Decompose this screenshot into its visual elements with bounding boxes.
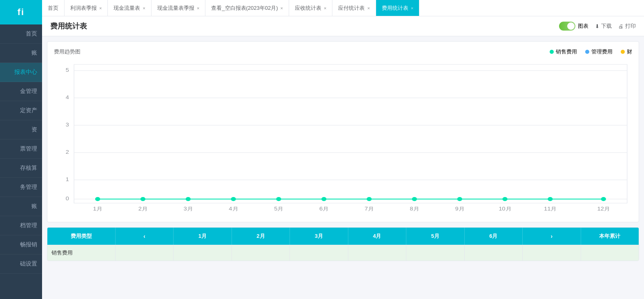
svg-text:5月: 5月 xyxy=(274,206,283,211)
svg-text:5: 5 xyxy=(66,67,69,73)
table-header-month6-label: 6月 xyxy=(489,233,497,240)
table-header-type-label: 费用类型 xyxy=(71,233,92,240)
chart-point xyxy=(548,197,553,201)
table-cell-val5 xyxy=(406,245,464,261)
table-header-nav-next[interactable]: › xyxy=(523,228,581,245)
sidebar-item-label: 金管理 xyxy=(20,88,37,95)
sidebar-item-label: 报表中心 xyxy=(14,69,37,76)
tab-profit[interactable]: 利润表季报 × xyxy=(65,0,108,16)
tab-close-icon[interactable]: × xyxy=(281,6,283,11)
table-header-total: 本年累计 xyxy=(581,228,639,245)
svg-text:0: 0 xyxy=(66,196,69,201)
sidebar-item-sales[interactable]: 畅报销 xyxy=(0,235,42,255)
download-label: 下载 xyxy=(601,22,612,30)
next-arrow-icon[interactable]: › xyxy=(550,233,553,239)
svg-text:11月: 11月 xyxy=(544,206,557,211)
page-header: 费用统计表 图表 ⬇ 下载 🖨 打印 xyxy=(42,16,644,36)
sidebar-item-inventory[interactable]: 存核算 xyxy=(0,159,42,178)
table-header-month2-label: 2月 xyxy=(256,233,265,240)
tab-label: 应付统计表 xyxy=(338,4,365,12)
table-row: 销售费用 xyxy=(47,245,639,261)
prev-arrow-icon[interactable]: ‹ xyxy=(143,233,145,239)
svg-text:7月: 7月 xyxy=(365,206,374,211)
sidebar-item-cash[interactable]: 金管理 xyxy=(0,82,42,101)
table-header-month3: 3月 xyxy=(290,228,348,245)
tab-ap[interactable]: 应付统计表 × xyxy=(332,0,376,16)
tab-cashflowq[interactable]: 现金流量表季报 × xyxy=(152,0,205,16)
table-header-month4-label: 4月 xyxy=(373,233,381,240)
sidebar-item-label: 定资产 xyxy=(20,107,37,114)
sidebar-item-archive[interactable]: 档管理 xyxy=(0,216,42,235)
svg-text:4: 4 xyxy=(66,95,69,100)
sidebar-item-ledger[interactable]: 账 xyxy=(0,44,42,63)
tab-bar: 首页 利润表季报 × 现金流量表 × 现金流量表季报 × 查看_空白报表(202… xyxy=(42,0,644,16)
table-header-month6: 6月 xyxy=(465,228,523,245)
sidebar-item-label: 首页 xyxy=(26,30,37,38)
svg-text:2: 2 xyxy=(66,149,69,155)
chart-point xyxy=(186,197,191,201)
table-header-month1: 1月 xyxy=(174,228,232,245)
sidebar-item-reports[interactable]: 报表中心 xyxy=(0,63,42,82)
tab-ar[interactable]: 应收统计表 × xyxy=(289,0,332,16)
tab-blank[interactable]: 查看_空白报表(2023年02月) × xyxy=(205,0,289,16)
print-button[interactable]: 🖨 打印 xyxy=(618,22,636,30)
tab-close-icon[interactable]: × xyxy=(411,6,413,11)
tab-close-icon[interactable]: × xyxy=(324,6,326,11)
tab-label: 首页 xyxy=(48,4,58,12)
svg-text:1月: 1月 xyxy=(93,206,102,211)
sidebar-item-investment[interactable]: 资 xyxy=(0,120,42,140)
table-cell-val3 xyxy=(290,245,348,261)
sidebar-item-service[interactable]: 务管理 xyxy=(0,178,42,197)
table-cell-val1 xyxy=(174,245,232,261)
svg-text:10月: 10月 xyxy=(499,206,511,211)
sidebar-item-invoice[interactable]: 票管理 xyxy=(0,140,42,159)
chart-toggle[interactable] xyxy=(559,22,575,31)
sidebar-item-home[interactable]: 首页 xyxy=(0,24,42,44)
svg-text:12月: 12月 xyxy=(597,206,610,211)
table-header-type: 费用类型 xyxy=(47,228,116,245)
app-logo: fi xyxy=(0,0,42,24)
chart-title: 费用趋势图 xyxy=(54,48,80,55)
sidebar-item-account[interactable]: 账 xyxy=(0,197,42,216)
sidebar-item-label: 账 xyxy=(31,203,37,210)
tab-close-icon[interactable]: × xyxy=(197,6,199,11)
table-header: 费用类型 ‹ 1月 2月 3月 4月 xyxy=(47,228,639,245)
chart-point xyxy=(412,197,417,201)
chart-point xyxy=(502,197,507,201)
main-content: 首页 利润表季报 × 现金流量表 × 现金流量表季报 × 查看_空白报表(202… xyxy=(42,0,644,299)
chart-section: 费用趋势图 销售费用 管理费用 财 xyxy=(47,41,639,222)
tab-close-icon[interactable]: × xyxy=(143,6,145,11)
tab-expense[interactable]: 费用统计表 × xyxy=(376,0,419,16)
legend-sales: 销售费用 xyxy=(550,48,577,55)
data-table: 费用类型 ‹ 1月 2月 3月 4月 xyxy=(47,227,639,261)
legend-label-finance: 财 xyxy=(627,48,632,55)
sidebar-item-assets[interactable]: 定资产 xyxy=(0,101,42,120)
legend-finance: 财 xyxy=(621,48,632,55)
chart-point xyxy=(231,197,236,201)
legend-dot-sales xyxy=(550,50,554,54)
tab-cashflow[interactable]: 现金流量表 × xyxy=(108,0,151,16)
svg-text:4月: 4月 xyxy=(229,206,238,211)
chart-point xyxy=(276,197,281,201)
tab-label: 现金流量表 xyxy=(114,4,140,12)
sidebar: fi 首页 账 报表中心 金管理 定资产 资 票管理 xyxy=(0,0,42,299)
table-cell-empty-nav xyxy=(116,245,174,261)
tab-label: 费用统计表 xyxy=(382,4,408,12)
svg-text:3: 3 xyxy=(66,122,69,127)
print-label: 打印 xyxy=(625,22,636,30)
tab-label: 查看_空白报表(2023年02月) xyxy=(211,4,278,12)
table-cell-total xyxy=(581,245,639,261)
sidebar-item-label: 畅报销 xyxy=(20,241,37,248)
tab-home[interactable]: 首页 xyxy=(42,0,65,16)
table-header-nav-prev[interactable]: ‹ xyxy=(116,228,174,245)
sidebar-item-label: 账 xyxy=(31,49,37,57)
sidebar-item-settings[interactable]: 础设置 xyxy=(0,255,42,274)
tab-close-icon[interactable]: × xyxy=(99,6,102,11)
table-header-month5: 5月 xyxy=(406,228,464,245)
tab-close-icon[interactable]: × xyxy=(367,6,370,11)
download-button[interactable]: ⬇ 下载 xyxy=(595,22,612,30)
svg-text:1: 1 xyxy=(66,177,69,182)
tab-label: 应收统计表 xyxy=(295,4,321,12)
table-header-total-label: 本年累计 xyxy=(599,233,620,240)
legend-mgmt: 管理费用 xyxy=(585,48,613,55)
